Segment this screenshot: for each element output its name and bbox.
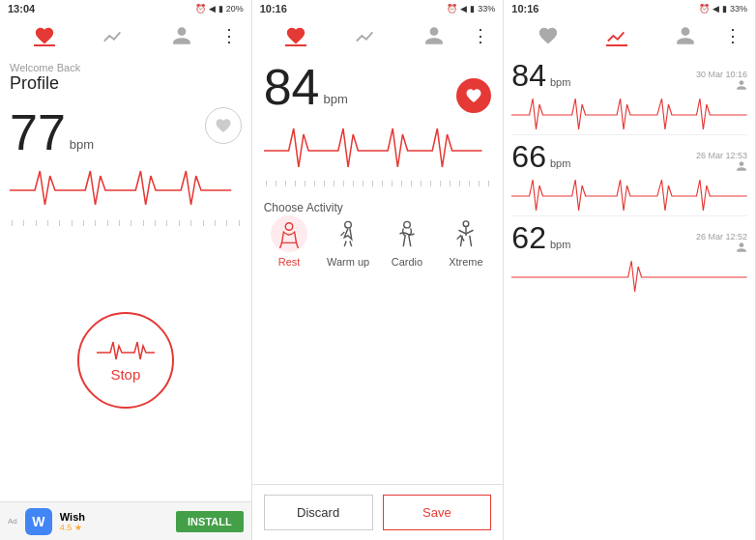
history-date-2: 26 Mar 12:53 [696, 151, 747, 160]
profile-label: Profile [10, 73, 242, 94]
bpm-number-2: 84 [264, 62, 320, 112]
history-bpmlbl-2: bpm [550, 157, 570, 169]
nav-heart-1[interactable] [10, 25, 78, 46]
history-ecg-3 [504, 253, 755, 297]
install-button[interactable]: INSTALL [176, 511, 244, 532]
ecg-line-2 [264, 117, 492, 175]
history-bpm-2: 66 [511, 141, 546, 172]
ad-label: Ad [8, 517, 17, 526]
discard-button[interactable]: Discard [264, 495, 373, 530]
history-list: 84 bpm 30 Mar 10:16 [504, 54, 755, 540]
ecg-stop-icon [97, 338, 155, 362]
nav-heart-2[interactable] [262, 25, 331, 46]
history-bpm-3: 62 [511, 222, 546, 253]
save-button[interactable]: Save [383, 495, 492, 530]
battery-icon: 20% [226, 4, 244, 14]
svg-point-0 [285, 223, 293, 231]
rest-label: Rest [278, 256, 301, 268]
history-date-3: 26 Mar 12:52 [696, 232, 747, 242]
panel-history: 10:16 ⏰ ◀ ▮ 33% ⋮ [504, 0, 756, 540]
chart-nav-icon-2 [355, 25, 376, 46]
activity-warmup[interactable]: Warm up [323, 215, 374, 268]
nav-more-2[interactable]: ⋮ [468, 25, 493, 46]
nav-bar-2: ⋮ [252, 17, 504, 54]
stop-button-container: Stop [10, 226, 242, 494]
stop-label: Stop [110, 366, 140, 383]
time-3: 10:16 [511, 3, 538, 14]
tick-marks-2 [264, 181, 492, 186]
ad-banner: Ad W Wish 4.5 ★ INSTALL [0, 501, 251, 540]
svg-point-3 [345, 221, 352, 228]
history-ecg-2 [504, 172, 755, 215]
nav-more-3[interactable]: ⋮ [720, 25, 745, 46]
alarm-icon: ⏰ [195, 4, 206, 14]
nav-person-3[interactable] [652, 25, 720, 46]
bpm-display-1: 77 bpm [10, 107, 94, 157]
svg-line-1 [280, 242, 282, 248]
history-person-icon-2 [736, 160, 747, 172]
wish-app-icon: W [25, 508, 52, 535]
status-bar-1: 13:04 ⏰ ◀ ▮ 20% [0, 0, 251, 17]
choose-activity-label: Choose Activity [264, 201, 343, 214]
cardio-icon [393, 219, 422, 248]
person-nav-icon-1 [171, 25, 192, 46]
nav-person-1[interactable] [147, 25, 216, 46]
history-item-2[interactable]: 66 bpm 26 Mar 12:53 [504, 135, 755, 216]
bpm-label-1: bpm [70, 137, 94, 152]
heart-circle-1 [205, 107, 242, 144]
history-item-3[interactable]: 62 bpm 26 Mar 12:52 [504, 216, 755, 297]
heart-icon-1 [215, 117, 232, 134]
history-bpmlbl-3: bpm [550, 239, 570, 250]
xtreme-label: Xtreme [449, 256, 482, 268]
heart-filled-2 [456, 78, 491, 113]
time-1: 13:04 [8, 3, 35, 14]
bpm-row-2: 84 bpm [264, 62, 492, 113]
panel-activity: 10:16 ⏰ ◀ ▮ 33% ⋮ [252, 0, 505, 540]
nav-heart-3[interactable] [513, 25, 582, 46]
nav-person-2[interactable] [399, 25, 468, 46]
nav-more-1[interactable]: ⋮ [217, 25, 242, 46]
signal-icon-2: ◀ [460, 4, 467, 14]
nav-chart-3[interactable] [583, 25, 652, 46]
warmup-label: Warm up [327, 256, 369, 268]
svg-line-2 [297, 242, 299, 248]
nav-chart-1[interactable] [78, 25, 147, 46]
chart-nav-icon-3 [606, 25, 627, 46]
person-nav-icon-3 [675, 25, 696, 46]
alarm-icon-2: ⏰ [447, 4, 457, 14]
panel1-content: Welcome Back Profile 77 bpm [0, 54, 251, 501]
xtreme-icon [451, 219, 480, 248]
chart-nav-icon-1 [102, 25, 124, 46]
svg-line-8 [470, 236, 472, 246]
rest-icon [275, 219, 304, 248]
history-person-icon-1 [736, 79, 747, 91]
activity-cardio[interactable]: Cardio [382, 215, 433, 268]
battery-icon-3: 33% [730, 4, 747, 14]
ad-rating: 4.5 ★ [60, 523, 168, 532]
status-icons-1: ⏰ ◀ ▮ 20% [195, 4, 244, 14]
wifi-icon-2: ▮ [470, 4, 475, 14]
nav-chart-2[interactable] [331, 25, 399, 46]
bottom-buttons: Discard Save [252, 484, 504, 540]
heart-nav-icon-2 [285, 25, 306, 46]
activity-row: Rest Warm up [264, 215, 492, 268]
history-item-1[interactable]: 84 bpm 30 Mar 10:16 [504, 54, 755, 135]
bpm-number-1: 77 [10, 107, 66, 157]
stop-button[interactable]: Stop [77, 312, 174, 409]
history-ecg-1 [504, 91, 755, 134]
history-bpmlbl-1: bpm [550, 76, 570, 88]
bpm-label-2: bpm [324, 92, 348, 106]
cardio-label: Cardio [392, 256, 422, 268]
signal-icon: ◀ [209, 4, 216, 14]
history-date-1: 30 Mar 10:16 [696, 70, 747, 79]
activity-rest[interactable]: Rest [264, 215, 315, 268]
activity-xtreme[interactable]: Xtreme [440, 215, 491, 268]
status-bar-3: 10:16 ⏰ ◀ ▮ 33% [504, 0, 755, 17]
panel2-content: 84 bpm Choose Activity [252, 54, 504, 484]
status-icons-3: ⏰ ◀ ▮ 33% [699, 4, 747, 14]
wifi-icon-3: ▮ [722, 4, 727, 14]
wifi-icon: ▮ [218, 4, 223, 14]
heart-nav-icon-1 [34, 25, 55, 46]
status-icons-2: ⏰ ◀ ▮ 33% [447, 4, 495, 14]
nav-bar-1: ⋮ [0, 17, 251, 54]
